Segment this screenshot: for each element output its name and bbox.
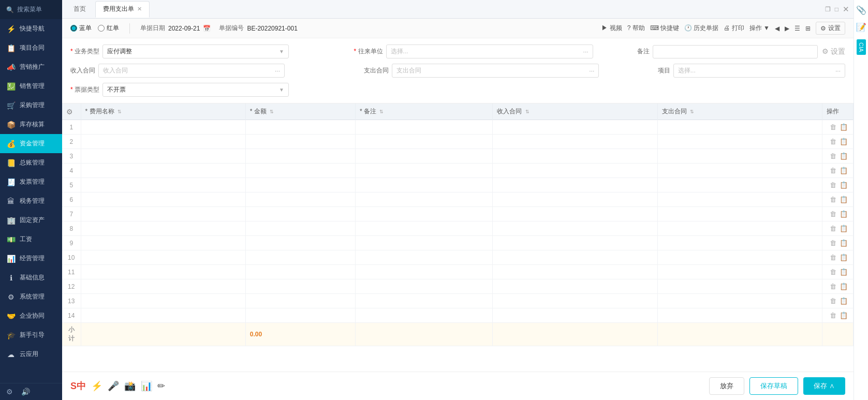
radio-blue-label[interactable]: 蓝单 — [70, 24, 92, 33]
row-note-cell[interactable] — [356, 192, 493, 207]
row-name-cell[interactable] — [81, 207, 245, 221]
tab-home[interactable]: 首页 — [66, 1, 93, 18]
sidebar-item-purchase[interactable]: 🛒 采购管理 — [0, 96, 62, 115]
row-amount-cell[interactable] — [245, 178, 355, 192]
sidebar-search[interactable]: 🔍 搜索菜单 — [0, 0, 62, 19]
row-amount-cell[interactable] — [245, 294, 355, 308]
sidebar-item-quick-nav[interactable]: ⚡ 快捷导航 — [0, 19, 62, 38]
income-contract-input[interactable]: 收入合同 ··· — [98, 64, 285, 78]
setting-icon-right[interactable]: ⚙ 设置 — [822, 47, 845, 56]
action-print[interactable]: 🖨 打印 — [724, 24, 744, 33]
camera-icon[interactable]: 📸 — [124, 380, 136, 392]
delete-icon[interactable]: 🗑 — [830, 138, 836, 145]
sidebar-item-accounting[interactable]: 📒 总账管理 — [0, 153, 62, 172]
row-name-cell[interactable] — [81, 135, 245, 149]
sidebar-item-payroll[interactable]: 💵 工资 — [0, 230, 62, 249]
row-expense-cell[interactable] — [657, 308, 822, 323]
row-name-cell[interactable] — [81, 192, 245, 207]
delete-icon[interactable]: 🗑 — [830, 225, 836, 232]
tab-expense[interactable]: 费用支出单 ✕ — [95, 1, 150, 18]
row-income-cell[interactable] — [493, 207, 657, 221]
expense-contract-input[interactable]: 支出合同 ··· — [392, 64, 599, 78]
window-close-icon[interactable]: ✕ — [843, 5, 849, 14]
action-shortcut[interactable]: ⌨ 快捷键 — [650, 24, 679, 33]
row-note-cell[interactable] — [356, 164, 493, 178]
row-amount-cell[interactable] — [245, 164, 355, 178]
row-note-cell[interactable] — [356, 207, 493, 221]
row-name-cell[interactable] — [81, 120, 245, 135]
row-amount-cell[interactable] — [245, 236, 355, 250]
row-note-cell[interactable] — [356, 178, 493, 192]
sidebar-item-sys[interactable]: ⚙ 系统管理 — [0, 287, 62, 306]
settings-icon[interactable]: ⚙ — [6, 388, 13, 396]
row-expense-cell[interactable] — [657, 236, 822, 250]
window-maximize-icon[interactable]: □ — [835, 6, 838, 13]
copy-icon[interactable]: 📋 — [840, 152, 848, 160]
sidebar-item-marketing[interactable]: 📣 营销推广 — [0, 57, 62, 77]
row-income-cell[interactable] — [493, 178, 657, 192]
copy-icon[interactable]: 📋 — [840, 254, 848, 261]
row-name-cell[interactable] — [81, 164, 245, 178]
row-expense-cell[interactable] — [657, 207, 822, 221]
row-income-cell[interactable] — [493, 279, 657, 294]
delete-icon[interactable]: 🗑 — [830, 167, 836, 174]
discard-button[interactable]: 放弃 — [709, 377, 744, 395]
row-amount-cell[interactable] — [245, 149, 355, 164]
row-amount-cell[interactable] — [245, 279, 355, 294]
edit-icon[interactable]: ✏ — [157, 380, 165, 392]
col-income-header[interactable]: 收入合同 ⇅ — [493, 103, 657, 120]
sidebar-item-project-contract[interactable]: 📋 项目合同 — [0, 38, 62, 57]
calendar-icon[interactable]: 📅 — [203, 25, 211, 32]
save-draft-button[interactable]: 保存草稿 — [749, 377, 798, 395]
audio-icon[interactable]: 🔊 — [21, 388, 30, 396]
delete-icon[interactable]: 🗑 — [830, 196, 836, 203]
row-amount-cell[interactable] — [245, 250, 355, 265]
note-icon[interactable]: 📝 — [856, 22, 866, 32]
action-operation[interactable]: 操作 ▼ — [749, 24, 770, 33]
copy-icon[interactable]: 📋 — [840, 138, 848, 145]
copy-icon[interactable]: 📋 — [840, 268, 848, 276]
save-button[interactable]: 保存 ∧ — [803, 377, 845, 395]
row-expense-cell[interactable] — [657, 135, 822, 149]
counterpart-input[interactable]: 选择... ··· — [386, 45, 593, 58]
sidebar-item-invoice[interactable]: 🧾 发票管理 — [0, 172, 62, 191]
row-name-cell[interactable] — [81, 279, 245, 294]
sidebar-item-enterprise[interactable]: 🤝 企业协同 — [0, 306, 62, 325]
row-name-cell[interactable] — [81, 178, 245, 192]
row-expense-cell[interactable] — [657, 120, 822, 135]
copy-icon[interactable]: 📋 — [840, 181, 848, 189]
action-history[interactable]: 🕐 历史单据 — [684, 24, 718, 33]
row-income-cell[interactable] — [493, 135, 657, 149]
business-type-input[interactable]: 应付调整 ▼ — [102, 45, 289, 58]
row-note-cell[interactable] — [356, 149, 493, 164]
delete-icon[interactable]: 🗑 — [830, 210, 836, 218]
delete-icon[interactable]: 🗑 — [830, 268, 836, 276]
setting-button[interactable]: ⚙ 设置 — [816, 22, 845, 35]
row-expense-cell[interactable] — [657, 221, 822, 236]
row-amount-cell[interactable] — [245, 135, 355, 149]
row-note-cell[interactable] — [356, 221, 493, 236]
row-amount-cell[interactable] — [245, 192, 355, 207]
delete-icon[interactable]: 🗑 — [830, 181, 836, 189]
row-note-cell[interactable] — [356, 294, 493, 308]
copy-icon[interactable]: 📋 — [840, 123, 848, 131]
row-income-cell[interactable] — [493, 265, 657, 279]
row-amount-cell[interactable] — [245, 308, 355, 323]
tab-close-icon[interactable]: ✕ — [137, 6, 142, 12]
copy-icon[interactable]: 📋 — [840, 196, 848, 203]
row-note-cell[interactable] — [356, 236, 493, 250]
row-income-cell[interactable] — [493, 164, 657, 178]
sidebar-item-inventory[interactable]: 📦 库存核算 — [0, 115, 62, 134]
row-expense-cell[interactable] — [657, 164, 822, 178]
row-amount-cell[interactable] — [245, 120, 355, 135]
window-restore-icon[interactable]: ❐ — [825, 6, 831, 13]
sidebar-item-fixed-assets[interactable]: 🏢 固定资产 — [0, 211, 62, 230]
copy-icon[interactable]: 📋 — [840, 225, 848, 232]
table-icon[interactable]: 📊 — [141, 380, 152, 392]
row-amount-cell[interactable] — [245, 265, 355, 279]
cia-button[interactable]: CIA — [857, 39, 866, 55]
mic-icon[interactable]: 🎤 — [108, 380, 119, 392]
row-amount-cell[interactable] — [245, 221, 355, 236]
sidebar-item-ops[interactable]: 📊 经营管理 — [0, 249, 62, 268]
copy-icon[interactable]: 📋 — [840, 312, 848, 319]
